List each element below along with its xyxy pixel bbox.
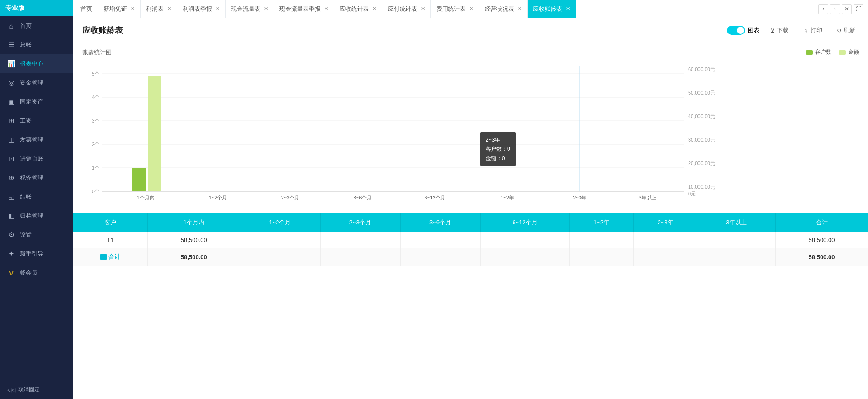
download-icon: ⊻ <box>770 27 775 34</box>
sidebar-item-tax[interactable]: ⊕ 税务管理 <box>0 168 73 187</box>
salary-icon: ⊞ <box>7 117 15 125</box>
tab-home[interactable]: 首页 <box>75 0 98 18</box>
table-row: 11 58,500.00 58,500.00 <box>73 232 868 248</box>
sidebar-item-home[interactable]: ⌂ 首页 <box>0 16 73 35</box>
sidebar-item-label: 首页 <box>20 22 32 30</box>
bar-amount-1 <box>148 76 161 191</box>
download-button[interactable]: ⊻ 下载 <box>767 24 792 36</box>
tab-close-all-button[interactable]: ✕ <box>842 4 852 14</box>
chart-toggle-thumb <box>737 27 744 34</box>
tab-aging-close[interactable]: ✕ <box>566 6 570 12</box>
total-sum: 58,500.00 <box>776 248 868 266</box>
tab-business-stat-close[interactable]: ✕ <box>518 6 522 12</box>
stock-icon: ⊡ <box>7 155 15 163</box>
funds-icon: ◎ <box>7 79 15 87</box>
tax-icon: ⊕ <box>7 174 15 182</box>
tab-cashflow-label: 现金流量表 <box>231 5 260 13</box>
sidebar-item-member[interactable]: V 畅会员 <box>0 263 73 282</box>
sidebar-item-archive[interactable]: ◧ 归档管理 <box>0 206 73 225</box>
svg-text:3年以上: 3年以上 <box>638 195 656 200</box>
legend-amount: 金额 <box>839 48 859 56</box>
cell-m2 <box>240 232 320 248</box>
tab-expense-stat[interactable]: 费用统计表 ✕ <box>431 0 479 18</box>
assets-icon: ▣ <box>7 98 15 106</box>
sidebar-item-guide[interactable]: ✦ 新手引导 <box>0 244 73 263</box>
tab-profit-close[interactable]: ✕ <box>167 6 171 12</box>
sidebar-item-assets[interactable]: ▣ 固定资产 <box>0 92 73 111</box>
sidebar-item-invoice[interactable]: ◫ 发票管理 <box>0 130 73 149</box>
total-y3plus <box>698 248 775 266</box>
tab-voucher-close[interactable]: ✕ <box>131 6 135 12</box>
tab-navigation: ‹ › ✕ ⛶ <box>816 4 866 14</box>
sidebar-item-label: 进销台账 <box>20 155 43 163</box>
tab-receivable-stat-close[interactable]: ✕ <box>373 6 377 12</box>
tab-cashflow-season-close[interactable]: ✕ <box>324 6 328 12</box>
cell-m6 <box>400 232 480 248</box>
cell-y3 <box>633 232 698 248</box>
tab-payable-stat[interactable]: 应付统计表 ✕ <box>382 0 431 18</box>
tab-profit-season-close[interactable]: ✕ <box>216 6 220 12</box>
svg-text:10,000.00元: 10,000.00元 <box>688 184 715 190</box>
sidebar-item-stock[interactable]: ⊡ 进销台账 <box>0 149 73 168</box>
tab-aging[interactable]: 应收账龄表 ✕ <box>528 0 576 18</box>
svg-text:60,000.00元: 60,000.00元 <box>688 66 715 72</box>
col-y3: 2~3年 <box>633 213 698 232</box>
chart-toggle[interactable]: 图表 <box>727 26 760 35</box>
sidebar-item-label: 资金管理 <box>20 79 43 87</box>
total-icon-box <box>100 254 107 260</box>
reports-icon: 📊 <box>7 60 15 68</box>
tab-prev-button[interactable]: ‹ <box>818 4 828 14</box>
svg-text:2~3个月: 2~3个月 <box>281 195 300 200</box>
tab-expense-stat-close[interactable]: ✕ <box>469 6 473 12</box>
ledger-icon: ☰ <box>7 41 15 49</box>
cell-m1: 58,500.00 <box>148 232 240 248</box>
tab-business-stat[interactable]: 经营状况表 ✕ <box>479 0 528 18</box>
tab-cashflow[interactable]: 现金流量表 ✕ <box>226 0 274 18</box>
tab-payable-stat-close[interactable]: ✕ <box>421 6 425 12</box>
legend-amount-color <box>839 50 846 55</box>
tab-expand-button[interactable]: ⛶ <box>854 4 863 14</box>
col-m6: 3~6个月 <box>400 213 480 232</box>
tab-receivable-stat-label: 应收统计表 <box>340 5 369 13</box>
refresh-label: 刷新 <box>844 26 855 34</box>
sidebar-item-closing[interactable]: ◱ 结账 <box>0 187 73 206</box>
svg-text:40,000.00元: 40,000.00元 <box>688 114 715 119</box>
sidebar: 专业版 ⌂ 首页 ☰ 总账 📊 报表中心 ◎ 资金管理 ▣ 固定资产 ⊞ 工资 … <box>0 0 73 399</box>
pin-label: 取消固定 <box>18 386 40 394</box>
chart-area: 账龄统计图 客户数 金额 5个 4个 3个 2个 1个 <box>73 41 868 213</box>
guide-icon: ✦ <box>7 250 15 258</box>
tab-profit-season[interactable]: 利润表季报 ✕ <box>177 0 226 18</box>
bar-chart: 5个 4个 3个 2个 1个 0个 60,000.00元 50,000.00元 … <box>82 62 859 202</box>
sidebar-item-label: 工资 <box>20 117 32 125</box>
aging-table: 客户 1个月内 1~2个月 2~3个月 3~6个月 6~12个月 1~2年 2~… <box>73 213 868 266</box>
main-area: 首页 新增凭证 ✕ 利润表 ✕ 利润表季报 ✕ 现金流量表 ✕ 现金流量表季报 … <box>73 0 868 399</box>
tab-home-label: 首页 <box>80 5 92 13</box>
sidebar-item-label: 设置 <box>20 231 32 239</box>
tab-cashflow-close[interactable]: ✕ <box>264 6 268 12</box>
total-m3 <box>320 248 400 266</box>
tab-voucher[interactable]: 新增凭证 ✕ <box>98 0 141 18</box>
svg-text:4个: 4个 <box>92 95 99 100</box>
tab-receivable-stat[interactable]: 应收统计表 ✕ <box>334 0 382 18</box>
refresh-button[interactable]: ↺ 刷新 <box>833 24 859 36</box>
chart-title: 账龄统计图 <box>82 48 859 57</box>
sidebar-item-funds[interactable]: ◎ 资金管理 <box>0 73 73 92</box>
col-y2: 1~2年 <box>570 213 634 232</box>
sidebar-item-label: 结账 <box>20 193 32 201</box>
tab-next-button[interactable]: › <box>830 4 840 14</box>
chart-toggle-track[interactable] <box>727 26 745 35</box>
print-button[interactable]: 🖨 打印 <box>799 24 826 36</box>
pin-toggle[interactable]: ◁◁ 取消固定 <box>0 380 73 399</box>
legend-customer-color <box>806 50 813 55</box>
tab-profit[interactable]: 利润表 ✕ <box>141 0 177 18</box>
sidebar-item-settings[interactable]: ⚙ 设置 <box>0 225 73 244</box>
svg-text:3个: 3个 <box>92 118 99 124</box>
total-m1: 58,500.00 <box>148 248 240 266</box>
chart-toggle-label: 图表 <box>748 26 760 34</box>
tab-voucher-label: 新增凭证 <box>104 5 127 13</box>
sidebar-item-ledger[interactable]: ☰ 总账 <box>0 35 73 54</box>
tab-cashflow-season[interactable]: 现金流量表季报 ✕ <box>274 0 334 18</box>
svg-text:5个: 5个 <box>92 71 99 76</box>
sidebar-item-salary[interactable]: ⊞ 工资 <box>0 111 73 130</box>
sidebar-item-reports[interactable]: 📊 报表中心 <box>0 54 73 73</box>
